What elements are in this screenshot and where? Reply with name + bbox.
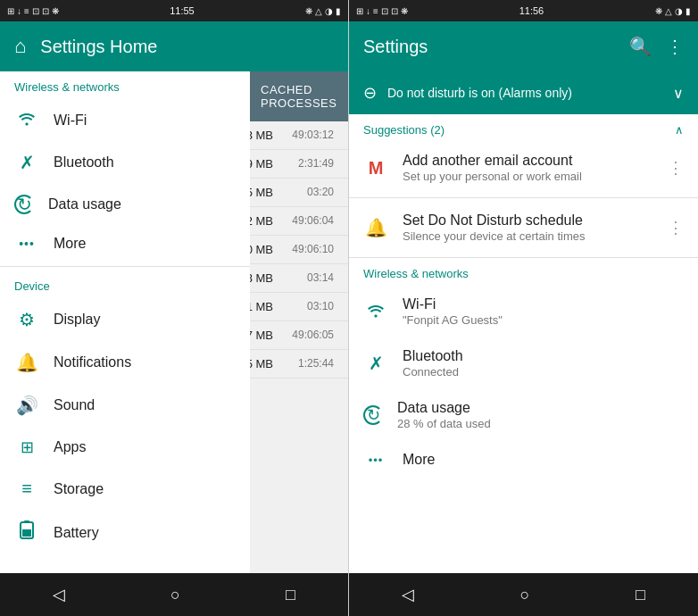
bg-processes-panel: CACHED PROCESSES 13 MB 49:03:12 49 MB 2:… [250,71,348,573]
bg-row-6: 51 MB 03:10 [250,293,348,321]
apps-label: Apps [54,439,86,455]
apps-icon: ⊞ [14,437,39,457]
storage-icon: ≡ [14,479,39,499]
sound-icon: 🔊 [14,395,39,416]
bg-row-0: 13 MB 49:03:12 [250,121,348,150]
right-data-text: Data usage 28 % of data used [397,400,684,430]
bg-processes-list: 13 MB 49:03:12 49 MB 2:31:49 55 MB 03:20… [250,121,348,379]
left-status-icons-right: ❋ △ ◑ ▮ [305,6,341,16]
menu-item-notifications[interactable]: 🔔 Notifications [0,341,250,384]
divider-1 [0,266,250,267]
battery-label: Battery [54,525,99,541]
right-recent-button[interactable]: □ [618,579,663,612]
display-label: Display [54,312,100,328]
right-panel: ⊞ ↓ ≡ ⊡ ⊡ ❋ 11:56 ❋ △ ◑ ▮ Settings 🔍 ⋮ ⊖… [349,0,698,616]
menu-item-wifi[interactable]: Wi-Fi [0,99,250,141]
right-more-text: More [403,452,684,468]
gmail-icon: M [363,158,388,179]
dnd-more-icon[interactable]: ⋮ [668,218,684,237]
bg-row-4: 10 MB 49:06:10 [250,236,348,264]
right-menu-data[interactable]: ↻ Data usage 28 % of data used [349,389,698,441]
right-section-wireless: Wireless & networks [349,258,698,286]
battery-icon [14,520,39,545]
bluetooth-icon: ✗ [14,152,39,173]
dnd-banner[interactable]: ⊖ Do not disturb is on (Alarms only) ∨ [349,71,698,114]
right-status-icons-left: ⊞ ↓ ≡ ⊡ ⊡ ❋ [356,6,408,16]
bg-row-2: 55 MB 03:20 [250,179,348,207]
right-status-bar: ⊞ ↓ ≡ ⊡ ⊡ ❋ 11:56 ❋ △ ◑ ▮ [349,0,698,21]
svg-rect-2 [22,529,31,537]
settings-scroll: Suggestions (2) ∧ M Add another email ac… [349,114,698,573]
home-nav-button[interactable]: ○ [153,579,198,612]
suggestion-dnd[interactable]: 🔔 Set Do Not Disturb schedule Silence yo… [349,202,698,254]
left-status-icons-left: ⊞ ↓ ≡ ⊡ ⊡ ❋ [7,6,59,16]
notifications-icon: 🔔 [14,352,39,373]
data-usage-icon: ↻ [14,195,34,214]
bg-processes-header: CACHED PROCESSES [250,71,348,121]
left-panel: ⊞ ↓ ≡ ⊡ ⊡ ❋ 11:55 ❋ △ ◑ ▮ Settings Home … [0,0,349,616]
storage-label: Storage [54,481,104,497]
dnd-text: Do not disturb is on (Alarms only) [387,86,662,100]
more-icon: ••• [14,237,39,251]
search-icon[interactable]: 🔍 [629,36,652,57]
display-icon: ⚙ [14,309,39,330]
more-label: More [54,236,86,252]
right-back-button[interactable]: ◁ [384,578,432,612]
right-header-title: Settings [363,37,615,57]
suggestion-email-text: Add another email account Set up your pe… [403,153,653,183]
right-menu-more[interactable]: ••• More [349,441,698,479]
bg-row-7: 4,7 MB 49:06:05 [250,321,348,350]
dnd-icon: ⊖ [363,83,377,103]
bg-row-5: 23 MB 03:14 [250,264,348,293]
bg-row-3: 12 MB 49:06:04 [250,207,348,236]
left-status-bar: ⊞ ↓ ≡ ⊡ ⊡ ❋ 11:55 ❋ △ ◑ ▮ [0,0,348,21]
menu-item-more[interactable]: ••• More [0,225,250,262]
menu-item-battery[interactable]: Battery [0,510,250,555]
menu-item-sound[interactable]: 🔊 Sound [0,384,250,427]
left-header-title: Settings Home [40,37,334,57]
overflow-menu-icon[interactable]: ⋮ [666,36,684,57]
bluetooth-label: Bluetooth [54,154,114,171]
bg-row-1: 49 MB 2:31:49 [250,150,348,179]
menu-item-data-usage[interactable]: ↻ Data usage [0,184,250,225]
right-menu-wifi[interactable]: Wi-Fi "Fonpit AG Guests" [349,286,698,337]
email-more-icon[interactable]: ⋮ [668,158,684,178]
menu-item-apps[interactable]: ⊞ Apps [0,427,250,468]
recent-button[interactable]: □ [268,579,313,612]
suggestion-dnd-text: Set Do Not Disturb schedule Silence your… [403,212,653,243]
right-wifi-icon [363,302,388,322]
right-header-icons: 🔍 ⋮ [629,36,684,57]
settings-menu: Wireless & networks Wi-Fi ✗ Bluetooth ↻ … [0,71,250,573]
section-wireless: Wireless & networks [0,71,250,99]
menu-item-display[interactable]: ⚙ Display [0,298,250,341]
bell-suggestion-icon: 🔔 [363,217,388,238]
wifi-icon [14,110,39,130]
back-button[interactable]: ◁ [35,578,83,612]
home-icon [14,35,26,58]
bg-row-8: 95 MB 1:25:44 [250,350,348,379]
suggestions-collapse-icon[interactable]: ∧ [675,123,684,137]
suggestions-label: Suggestions (2) ∧ [349,114,698,142]
right-home-button[interactable]: ○ [503,579,548,612]
menu-item-bluetooth[interactable]: ✗ Bluetooth [0,141,250,184]
suggestion-divider [349,197,698,198]
data-usage-label: Data usage [48,196,121,212]
right-status-icons-right: ❋ △ ◑ ▮ [655,6,691,16]
right-menu-bluetooth[interactable]: ✗ Bluetooth Connected [349,337,698,389]
left-header: Settings Home [0,21,348,71]
right-time: 11:56 [519,5,544,16]
right-data-icon: ↻ [363,405,383,425]
suggestions-section: Suggestions (2) ∧ M Add another email ac… [349,114,698,258]
right-nav-bar: ◁ ○ □ [349,573,698,616]
section-device: Device [0,271,250,298]
right-more-icon: ••• [363,454,388,467]
left-time: 11:55 [170,5,195,16]
right-wifi-text: Wi-Fi "Fonpit AG Guests" [403,296,684,327]
right-bluetooth-text: Bluetooth Connected [403,348,684,379]
notifications-label: Notifications [54,354,131,370]
right-header: Settings 🔍 ⋮ [349,21,698,71]
dnd-expand-icon: ∨ [673,85,684,102]
suggestion-email[interactable]: M Add another email account Set up your … [349,142,698,194]
right-bluetooth-icon: ✗ [363,353,388,374]
menu-item-storage[interactable]: ≡ Storage [0,468,250,510]
